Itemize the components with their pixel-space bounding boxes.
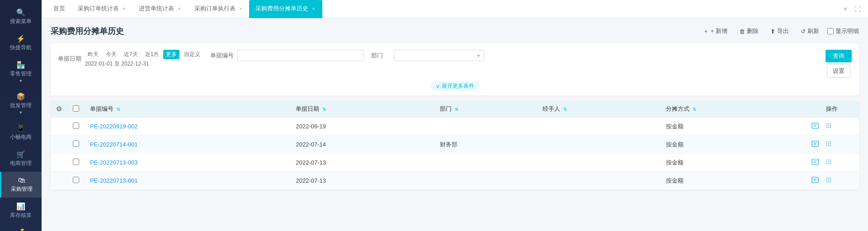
row-checkbox-cell[interactable] [67,172,85,190]
svg-point-40 [826,179,827,180]
export-button[interactable]: ⬆ 导出 [767,25,793,37]
svg-point-20 [828,145,829,146]
sidebar-item-retail[interactable]: 🏪 零售管理 ▼ [0,56,42,88]
svg-point-44 [828,181,829,182]
row-order-no[interactable]: PE-20220919-002 [85,118,290,136]
dept-label: 部门 [371,52,390,60]
row-order-no[interactable]: PE-20220714-001 [85,136,290,154]
delete-button[interactable]: 🗑 删除 [736,25,762,37]
sidebar-item-ecommerce[interactable]: 🛒 电商管理 [0,146,42,172]
view-action-icon[interactable] [810,175,820,186]
chevron-down-icon: ▼ [19,79,23,83]
row-checkbox-cell[interactable] [67,118,85,136]
sidebar-item-mini[interactable]: 📱 小畅电商 [0,119,42,146]
expand-label: 展开更多条件 [442,82,474,90]
tab-close-purchase-fee-history[interactable]: × [311,5,316,12]
tab-home[interactable]: 首页 [47,0,71,18]
setting-button[interactable]: 设置 [827,64,850,78]
order-no-link[interactable]: PE-20220713-001 [90,177,138,184]
order-no-label: 单据编号 [210,52,234,60]
table-header-row: ⚙ 单据编号 ⇅ 单据日期 ⇅ [51,101,859,118]
row-settings-cell [51,154,67,172]
edit-action-icon[interactable] [824,139,834,150]
last1month-btn[interactable]: 近1月 [142,50,162,59]
fullscreen-button[interactable]: ⛶ [853,5,863,14]
svg-point-43 [828,179,829,180]
sort-icon: ⇅ [117,107,120,112]
tab-incoming-stats[interactable]: 进货单统计表 × [132,0,188,18]
custom-date-btn[interactable]: 自定义 [181,50,203,59]
view-action-icon[interactable] [810,121,820,132]
order-no-input[interactable] [237,50,364,61]
dept-select-wrapper: 财务部 [394,50,484,61]
row-checkbox-cell[interactable] [67,136,85,154]
handler-column-header[interactable]: 经手人 ⇅ [537,101,660,118]
more-date-btn[interactable]: 更多 [163,50,179,59]
expand-more-btn[interactable]: ∨ 展开更多条件 [430,81,480,91]
sidebar-item-purchase[interactable]: 🛍 采购管理 [0,172,42,198]
order-no-column-header[interactable]: 单据编号 ⇅ [85,101,290,118]
edit-action-icon[interactable] [824,175,834,186]
checkbox-column-header[interactable] [67,101,85,118]
edit-action-icon[interactable] [824,121,834,132]
tab-close-purchase-order-exec[interactable]: × [238,5,243,12]
search-nav-icon: 🔍 [16,8,25,17]
row-checkbox[interactable] [73,159,79,165]
svg-point-8 [828,127,829,128]
row-checkbox[interactable] [73,123,79,129]
row-order-no[interactable]: PE-20220713-001 [85,172,290,190]
row-date: 2022-07-13 [290,154,434,172]
sidebar-item-search[interactable]: 🔍 搜索菜单 [0,4,42,30]
svg-point-6 [828,123,829,124]
show-cols-toggle[interactable]: 显示明细 [827,27,859,35]
chevron-down-icon: ▼ [19,110,23,115]
table-row: PE-20220713-003 2022-07-13 按金额 [51,154,859,172]
row-checkbox[interactable] [73,141,79,147]
sidebar-item-wholesale[interactable]: 📦 批发管理 ▼ [0,88,42,119]
tab-purchase-order-stats[interactable]: 采购订单统计表 × [71,0,132,18]
sidebar-item-inventory[interactable]: 📊 库存核算 [0,198,42,224]
sidebar-item-label: 零售管理 [10,70,32,78]
row-settings-cell [51,118,67,136]
row-checkbox-cell[interactable] [67,154,85,172]
select-all-checkbox[interactable] [73,105,79,112]
sidebar-item-shortcut[interactable]: ⚡ 快捷导航 [0,30,42,56]
tab-purchase-fee-history[interactable]: 采购费用分摊单历史 × [249,0,322,18]
order-no-link[interactable]: PE-20220714-001 [90,141,138,148]
search-button[interactable]: 查询 [826,50,852,62]
today-btn[interactable]: 今天 [103,50,119,59]
svg-point-41 [826,181,827,182]
tab-purchase-order-exec[interactable]: 采购订单执行表 × [188,0,249,18]
last7days-btn[interactable]: 近7天 [121,50,141,59]
tab-purchase-fee-history-label: 采购费用分摊单历史 [255,5,308,13]
main-area: 首页 采购订单统计表 × 进货单统计表 × 采购订单执行表 × 采购费用分摊单历… [42,0,868,231]
settings-column-header[interactable]: ⚙ [51,101,67,118]
add-button[interactable]: ＋ + 新增 [699,25,731,37]
view-action-icon[interactable] [810,139,820,150]
sidebar-item-capital[interactable]: 💰 资金管理 [0,224,42,231]
tab-close-incoming-stats[interactable]: × [177,5,181,12]
split-method-column-header[interactable]: 分摊方式 ⇅ [660,101,805,118]
row-checkbox[interactable] [73,177,79,183]
yesterday-btn[interactable]: 昨天 [85,50,101,59]
order-no-search-field: 单据编号 [210,50,364,61]
dept-select[interactable]: 财务部 [394,50,484,61]
ecommerce-nav-icon: 🛒 [16,150,25,159]
order-no-link[interactable]: PE-20220919-002 [90,123,138,130]
edit-action-icon[interactable] [824,157,834,168]
row-order-no[interactable]: PE-20220713-003 [85,154,290,172]
refresh-button[interactable]: ↺ 刷新 [797,25,823,37]
table-row: PE-20220713-001 2022-07-13 按金额 [51,172,859,190]
tab-close-purchase-order-stats[interactable]: × [122,5,126,12]
date-column-header[interactable]: 单据日期 ⇅ [290,101,434,118]
data-table: ⚙ 单据编号 ⇅ 单据日期 ⇅ [51,101,859,190]
close-all-tabs-button[interactable]: × [842,5,849,14]
view-action-icon[interactable] [810,157,820,168]
order-no-link[interactable]: PE-20220713-003 [90,159,138,166]
gear-icon[interactable]: ⚙ [56,105,62,113]
svg-point-5 [826,127,827,128]
sidebar-item-label: 电商管理 [10,160,32,167]
svg-point-15 [826,141,827,142]
dept-column-header[interactable]: 部门 ⇅ [434,101,537,118]
show-cols-checkbox[interactable] [827,28,834,34]
